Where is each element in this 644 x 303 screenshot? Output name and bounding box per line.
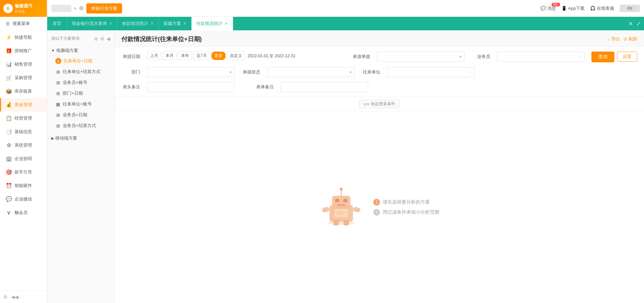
sidebar-item-purchase[interactable]: 🛒 采购管理 — [0, 71, 47, 85]
panel-section-mobile: ▶ 移动端方案 — [47, 133, 114, 143]
topbar-messages[interactable]: 💬 消息 99+ — [540, 5, 556, 11]
filter-actions: 查询 设置 — [591, 52, 637, 62]
sidebar: 6 畅捷通巧 标准版 ☰ 搜索菜单 ⚡ 快捷导航 🎁 营销推广 📊 销售管理 🛒… — [0, 0, 47, 303]
maximize-icon[interactable]: ⤢ — [636, 21, 641, 27]
date-btn-custom[interactable]: 自定义 — [227, 52, 245, 60]
partner-select[interactable]: ··· — [387, 67, 475, 77]
date-btn-this-year[interactable]: 本年 — [178, 52, 192, 60]
panel-section-title-desktop[interactable]: ▼ 电脑端方案 — [47, 46, 114, 56]
panel-item-dept-date[interactable]: ⊞ 部门+日期 — [47, 88, 114, 99]
sidebar-nav: ☰ 搜索菜单 ⚡ 快捷导航 🎁 营销推广 📊 销售管理 🛒 采购管理 📦 库存核… — [0, 17, 47, 291]
panel-item-partner-account[interactable]: ▦ 往来单位+账号 — [47, 99, 114, 110]
sidebar-item-member[interactable]: V 畅会员 — [0, 206, 47, 219]
chart-icon: 📊 — [6, 61, 12, 67]
export-btn[interactable]: ↑ 导出 — [608, 36, 620, 42]
tab-receivables[interactable]: 收款情况统计 ✕ — [117, 17, 159, 30]
svg-rect-12 — [334, 209, 348, 217]
sidebar-item-sales[interactable]: 📊 销售管理 — [0, 58, 47, 71]
salesperson-label: 业务员 — [471, 52, 490, 60]
sidebar-item-wechat[interactable]: 💬 企业微信 — [0, 192, 47, 206]
date-btn-this-month[interactable]: 本月 — [163, 52, 177, 60]
tab-bank[interactable]: 现金银行流水查询 ✕ — [67, 17, 117, 30]
query-button[interactable]: 查询 — [591, 52, 614, 62]
tab-home[interactable]: 首页 — [47, 17, 67, 30]
sidebar-item-inventory[interactable]: 📦 库存核算 — [0, 85, 47, 98]
sidebar-item-marketing[interactable]: 🎁 营销推广 — [0, 44, 47, 58]
refresh-icon: ↺ — [623, 37, 627, 42]
salesperson-select[interactable]: ··· — [497, 52, 585, 62]
refresh-btn[interactable]: ↺ 刷新 — [623, 36, 637, 42]
panel-item-partner-date[interactable]: ● 往来单位+日期 — [47, 56, 114, 66]
sidebar-collapse-btn[interactable]: ◀◀ — [11, 294, 19, 300]
panel-header: 按以下方案查询 ⊕ ⚙ ◀ — [47, 34, 114, 43]
collapse-btn[interactable]: ∧∧ 收起更多条件 — [359, 100, 400, 108]
tab-close-new-plan[interactable]: ✕ — [183, 21, 186, 26]
sidebar-item-guide[interactable]: 🎯 新手引导 — [0, 165, 47, 179]
svg-rect-9 — [353, 206, 361, 213]
chevron-down-icon: ▼ — [51, 49, 55, 53]
setting-button[interactable]: 设置 — [617, 52, 637, 62]
tab-close-receivables[interactable]: ✕ — [150, 21, 154, 26]
voucher-status-select[interactable]: ▾ — [267, 67, 355, 77]
svg-rect-2 — [332, 196, 350, 208]
tab-payment-stats[interactable]: 付款情况统计 ✕ — [192, 17, 233, 30]
voucher-status-arrow: ▾ — [350, 70, 352, 74]
date-range-display: 2022-01-01 至 2022-12-31 — [248, 53, 295, 59]
sidebar-item-system[interactable]: ⚙ 系统管理 — [0, 139, 47, 152]
table-body-note-input[interactable] — [281, 82, 368, 92]
source-select[interactable]: ▾ — [377, 52, 465, 62]
experience-btn[interactable]: 体验行业方案 — [86, 3, 122, 13]
panel-settings-icon[interactable]: ⚙ — [100, 36, 105, 41]
chat-icon: 💬 — [6, 196, 12, 202]
topbar-gear-icon[interactable]: ⚙ — [79, 5, 84, 11]
topbar-app-download[interactable]: 📱 App下载 — [561, 5, 585, 11]
date-filter-content: 上月 本月 本年 近7天 更多 自定义 2022-01-01 至 2022-12… — [147, 52, 345, 60]
headset-icon: 🎧 — [590, 6, 595, 11]
close-all-tabs-icon[interactable]: ✕ — [628, 21, 633, 27]
topbar-online-service[interactable]: 🎧 在线客服 — [590, 5, 614, 11]
page-actions: ↑ 导出 ↺ 刷新 — [608, 36, 638, 42]
date-btn-last-month[interactable]: 上月 — [147, 52, 161, 60]
table-header-note-input[interactable] — [147, 82, 235, 92]
date-btn-7days[interactable]: 近7天 — [194, 52, 210, 60]
panel-item-salesperson-settle[interactable]: ⊞ 业务员+结算方式 — [47, 120, 114, 131]
sidebar-settings-btn[interactable]: ⚙ — [3, 294, 8, 300]
cart-icon: 🛒 — [6, 75, 12, 81]
tabbar-right: ✕ ⤢ — [628, 17, 644, 30]
sidebar-item-hardware[interactable]: ⏰ 智能硬件 — [0, 179, 47, 192]
message-icon: 💬 — [540, 6, 546, 11]
tab-new-plan[interactable]: 新建方案 ✕ — [159, 17, 192, 30]
dept-select[interactable]: ▾ — [147, 67, 235, 77]
sidebar-logo-text: 畅捷通巧 标准版 — [15, 3, 32, 14]
table-icon-2: ⊞ — [55, 80, 61, 85]
sidebar-item-basic[interactable]: 📑 基础信息 — [0, 125, 47, 139]
clipboard-icon: 📋 — [6, 115, 12, 121]
sidebar-search[interactable]: ☰ 搜索菜单 — [0, 17, 47, 31]
panel-collapse-icon[interactable]: ◀ — [107, 36, 110, 41]
date-btn-more[interactable]: 更多 — [211, 52, 226, 60]
left-panel: 按以下方案查询 ⊕ ⚙ ◀ ▼ 电脑端方案 ● 往来单位+日期 — [47, 30, 115, 303]
panel-item-partner-settle[interactable]: ⊞ 往来单位+结算方式 — [47, 66, 114, 77]
panel-section-title-mobile[interactable]: ▶ 移动端方案 — [47, 133, 114, 143]
panel-item-salesperson-account[interactable]: ⊞ 业务员+账号 — [47, 77, 114, 88]
panel-item-salesperson-date[interactable]: ⊞ 业务员+日期 — [47, 110, 114, 120]
collapse-bar: ∧∧ 收起更多条件 — [115, 97, 644, 111]
sidebar-item-enterprise[interactable]: 🏢 企业协同 — [0, 152, 47, 165]
filter-area: 单据日期 上月 本月 本年 近7天 更多 自定义 2022-01-01 至 20… — [115, 47, 644, 97]
chevron-right-icon: ▶ — [51, 136, 54, 141]
panel-add-icon[interactable]: ⊕ — [94, 36, 98, 41]
table-icon-5: ⊞ — [55, 123, 61, 128]
date-label: 单据日期 — [121, 52, 140, 60]
tab-close-bank[interactable]: ✕ — [109, 21, 112, 26]
partner-label: 往来单位 — [361, 67, 380, 75]
sidebar-item-operations[interactable]: 📋 经营管理 — [0, 112, 47, 125]
svg-rect-8 — [322, 206, 330, 213]
topbar-dropdown-arrow[interactable]: ▾ — [74, 6, 76, 11]
empty-hint-1: 1 请先选择要分析的方案 — [373, 199, 439, 206]
sidebar-item-quick-nav[interactable]: ⚡ 快捷导航 — [0, 31, 47, 44]
sidebar-item-finance[interactable]: 💰 资金管理 — [0, 98, 47, 112]
flash-icon: ⚡ — [6, 34, 12, 40]
source-label: 来源单据 — [351, 52, 370, 60]
filter-row-1: 单据日期 上月 本月 本年 近7天 更多 自定义 2022-01-01 至 20… — [121, 52, 637, 62]
tab-close-payment-stats[interactable]: ✕ — [225, 21, 228, 26]
